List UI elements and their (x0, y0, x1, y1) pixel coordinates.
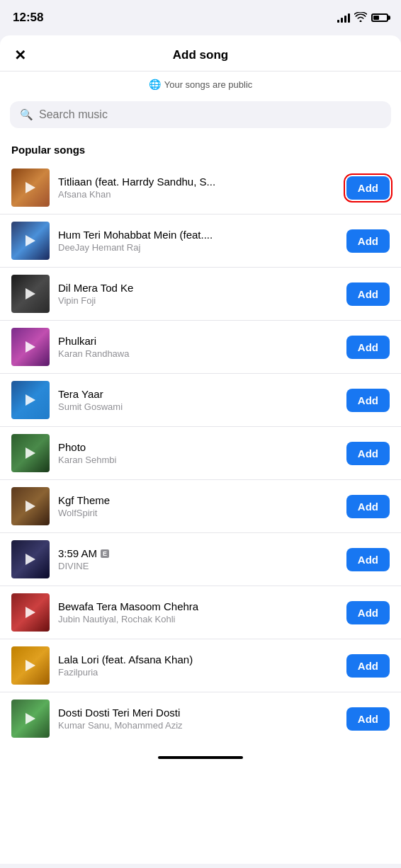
list-item: Hum Teri Mohabbat Mein (feat....DeeJay H… (0, 215, 401, 268)
add-button[interactable]: Add (346, 229, 390, 253)
song-info: PhulkariKaran Randhawa (58, 335, 338, 359)
play-icon (26, 182, 35, 193)
play-icon (26, 713, 35, 724)
song-title: Titliaan (feat. Harrdy Sandhu, S... (58, 176, 338, 188)
song-list: Titliaan (feat. Harrdy Sandhu, S...Afsan… (0, 161, 401, 745)
song-artist: WolfSpirit (58, 508, 338, 518)
song-title: Photo (58, 441, 338, 453)
modal-title: Add song (173, 48, 228, 62)
list-item: Titliaan (feat. Harrdy Sandhu, S...Afsan… (0, 161, 401, 215)
list-item: Dil Mera Tod KeVipin FojiAdd (0, 268, 401, 321)
song-info: Kgf ThemeWolfSpirit (58, 494, 338, 518)
section-title: Popular songs (0, 138, 401, 161)
add-button[interactable]: Add (346, 176, 390, 200)
album-art (11, 646, 50, 685)
list-item: Bewafa Tera Masoom ChehraJubin Nautiyal,… (0, 586, 401, 639)
add-button[interactable]: Add (346, 389, 390, 412)
explicit-badge: E (101, 549, 109, 558)
add-button[interactable]: Add (346, 495, 390, 518)
play-icon (26, 660, 35, 671)
list-item: PhulkariKaran RandhawaAdd (0, 321, 401, 374)
album-art (11, 487, 50, 525)
search-bar: 🔍 (10, 101, 391, 128)
album-art (11, 593, 50, 632)
album-art (11, 699, 50, 738)
globe-icon: 🌐 (149, 79, 161, 90)
public-notice-text: Your songs are public (164, 79, 253, 90)
song-info: Hum Teri Mohabbat Mein (feat....DeeJay H… (58, 229, 338, 253)
album-art (11, 381, 50, 419)
album-art (11, 169, 50, 207)
bottom-bar (158, 756, 243, 759)
song-info: 3:59 AMEDIVINE (58, 547, 338, 571)
song-artist: Sumit Goswami (58, 401, 338, 412)
song-title: Dil Mera Tod Ke (58, 282, 338, 294)
wifi-icon (354, 12, 367, 24)
album-art (11, 434, 50, 472)
add-button[interactable]: Add (346, 654, 390, 678)
add-button[interactable]: Add (346, 442, 390, 465)
album-art (11, 540, 50, 578)
add-button[interactable]: Add (346, 336, 390, 359)
song-info: Dil Mera Tod KeVipin Foji (58, 282, 338, 306)
song-title: Lala Lori (feat. Afsana Khan) (58, 653, 338, 666)
modal-container: ✕ Add song 🌐 Your songs are public 🔍 Pop… (0, 35, 401, 864)
song-title: Phulkari (58, 335, 338, 347)
list-item: Dosti Dosti Teri Meri DostiKumar Sanu, M… (0, 692, 401, 745)
song-artist: Fazilpuria (58, 667, 338, 678)
play-icon (26, 288, 35, 299)
song-info: Dosti Dosti Teri Meri DostiKumar Sanu, M… (58, 707, 338, 731)
song-info: Tera YaarSumit Goswami (58, 388, 338, 412)
album-art (11, 275, 50, 313)
list-item: Lala Lori (feat. Afsana Khan)FazilpuriaA… (0, 639, 401, 692)
signal-icon (337, 13, 350, 23)
song-title: Bewafa Tera Masoom Chehra (58, 600, 338, 612)
play-icon (26, 554, 35, 565)
search-input[interactable] (39, 108, 381, 121)
play-icon (26, 447, 35, 459)
song-title: Dosti Dosti Teri Meri Dosti (58, 707, 338, 719)
add-button[interactable]: Add (346, 601, 390, 624)
song-artist: DeeJay Hemant Raj (58, 242, 338, 253)
song-title: Tera Yaar (58, 388, 338, 400)
song-artist: Afsana Khan (58, 189, 338, 200)
modal-header: ✕ Add song (0, 35, 401, 72)
song-info: PhotoKaran Sehmbi (58, 441, 338, 465)
search-icon: 🔍 (20, 108, 33, 121)
album-art (11, 222, 50, 260)
play-icon (26, 394, 35, 406)
song-title: Kgf Theme (58, 494, 338, 506)
status-icons (337, 12, 388, 24)
song-artist: DIVINE (58, 561, 338, 571)
add-button[interactable]: Add (346, 282, 390, 306)
play-icon (26, 501, 35, 512)
add-button[interactable]: Add (346, 548, 390, 571)
song-artist: Jubin Nautiyal, Rochak Kohli (58, 614, 338, 624)
close-button[interactable]: ✕ (14, 48, 26, 62)
play-icon (26, 341, 35, 353)
public-notice: 🌐 Your songs are public (0, 72, 401, 97)
status-time: 12:58 (13, 11, 43, 25)
song-info: Lala Lori (feat. Afsana Khan)Fazilpuria (58, 653, 338, 678)
list-item: 3:59 AMEDIVINEAdd (0, 533, 401, 586)
list-item: Kgf ThemeWolfSpiritAdd (0, 480, 401, 533)
battery-icon (371, 13, 388, 22)
search-container: 🔍 (0, 97, 401, 138)
list-item: PhotoKaran SehmbiAdd (0, 427, 401, 480)
song-artist: Karan Randhawa (58, 348, 338, 359)
album-art (11, 328, 50, 366)
song-artist: Karan Sehmbi (58, 455, 338, 465)
status-bar: 12:58 (0, 0, 401, 35)
add-button[interactable]: Add (346, 707, 390, 731)
play-icon (26, 607, 35, 618)
list-item: Tera YaarSumit GoswamiAdd (0, 374, 401, 427)
song-artist: Kumar Sanu, Mohammed Aziz (58, 720, 338, 731)
play-icon (26, 235, 35, 246)
song-info: Bewafa Tera Masoom ChehraJubin Nautiyal,… (58, 600, 338, 624)
song-title: 3:59 AME (58, 547, 338, 559)
song-title: Hum Teri Mohabbat Mein (feat.... (58, 229, 338, 241)
song-artist: Vipin Foji (58, 295, 338, 306)
song-info: Titliaan (feat. Harrdy Sandhu, S...Afsan… (58, 176, 338, 200)
